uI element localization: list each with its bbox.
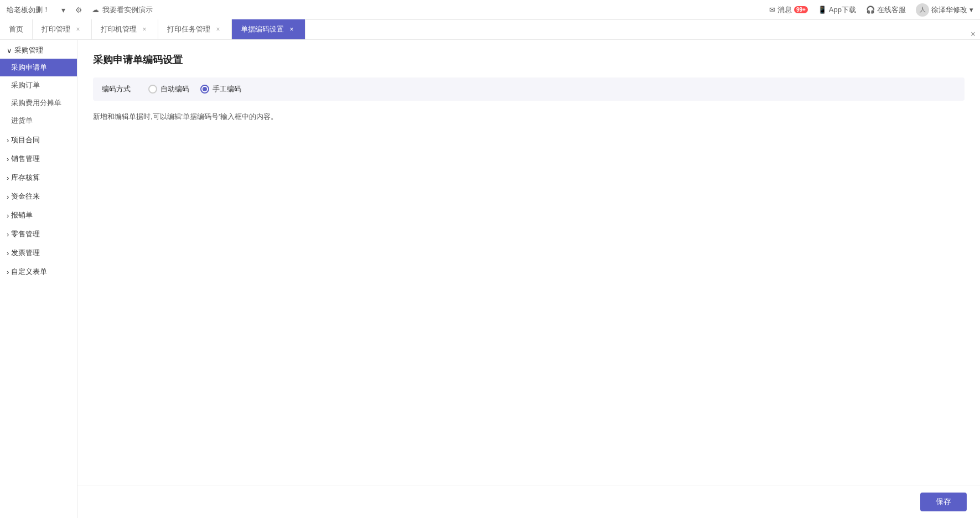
- tab-print-mgmt-close[interactable]: ×: [74, 25, 82, 34]
- search-text[interactable]: 我要看实例演示: [102, 5, 153, 15]
- sidebar-item-purchase-request-label: 采购申请单: [11, 63, 47, 71]
- sidebar-group-inventory[interactable]: › 库存核算: [0, 167, 77, 186]
- tab-print-task-mgmt-close[interactable]: ×: [214, 25, 222, 34]
- download-icon: 📱: [818, 6, 827, 14]
- hint-text: 新增和编辑单据时,可以编辑'单据编码号'输入框中的内容。: [93, 112, 965, 122]
- top-bar-title[interactable]: 给老板勿删！: [7, 5, 50, 15]
- online-service-label: 在线客服: [877, 5, 906, 15]
- encoding-section: 编码方式 自动编码 手工编码: [93, 77, 965, 101]
- user-chevron-icon: ▾: [969, 6, 973, 14]
- chevron-right-icon: ›: [7, 174, 9, 182]
- radio-group: 自动编码 手工编码: [148, 84, 241, 94]
- top-bar-left: 给老板勿删！ ▾ ⚙ ☁ 我要看实例演示: [7, 3, 153, 17]
- sidebar-group-sales-mgmt-label: 销售管理: [11, 154, 40, 164]
- sidebar-item-purchase-order[interactable]: 采购订单: [0, 76, 77, 94]
- online-service-btn[interactable]: 🎧 在线客服: [866, 5, 906, 15]
- app-download-label: App下载: [829, 5, 856, 15]
- tab-bar-global-close[interactable]: ×: [971, 29, 976, 39]
- sidebar-group-invoice-mgmt-label: 发票管理: [11, 248, 40, 258]
- message-icon: ✉: [769, 6, 775, 14]
- page-title: 采购申请单编码设置: [93, 53, 965, 66]
- main-layout: ∨ 采购管理 采购申请单 采购订单 采购费用分摊单 进货单 › 项目合同 › 销…: [0, 40, 980, 518]
- sidebar-item-purchase-expense[interactable]: 采购费用分摊单: [0, 94, 77, 112]
- tab-print-task-mgmt-label: 打印任务管理: [167, 24, 210, 34]
- sidebar-group-retail-mgmt-label: 零售管理: [11, 229, 40, 239]
- sidebar-group-sales-mgmt[interactable]: › 销售管理: [0, 148, 77, 167]
- chevron-right-icon: ›: [7, 249, 9, 257]
- sidebar-group-retail-mgmt[interactable]: › 零售管理: [0, 224, 77, 242]
- tab-single-code-settings-close[interactable]: ×: [287, 25, 296, 34]
- sidebar-item-stock-in-label: 进货单: [11, 116, 33, 125]
- tab-single-code-settings-label: 单据编码设置: [241, 24, 284, 34]
- chevron-right-icon: ›: [7, 193, 9, 201]
- user-name: 徐泽华修改: [931, 5, 967, 15]
- cloud-icon: ☁: [92, 6, 99, 14]
- radio-manual-encode[interactable]: 手工编码: [200, 84, 241, 94]
- service-icon: 🎧: [866, 6, 875, 14]
- top-bar-search[interactable]: ☁ 我要看实例演示: [92, 5, 153, 15]
- sidebar-group-fund-flow[interactable]: › 资金往来: [0, 186, 77, 205]
- top-bar: 给老板勿删！ ▾ ⚙ ☁ 我要看实例演示 ✉ 消息 99+ 📱 App下载 🎧 …: [0, 0, 980, 20]
- sidebar-group-returns[interactable]: › 报销单: [0, 205, 77, 224]
- sidebar-item-stock-in[interactable]: 进货单: [0, 112, 77, 130]
- sidebar-group-custom-forms-label: 自定义表单: [11, 267, 47, 277]
- save-button[interactable]: 保存: [920, 493, 967, 511]
- encoding-label: 编码方式: [102, 84, 131, 94]
- radio-auto-encode-label: 自动编码: [160, 84, 189, 94]
- avatar: 人: [916, 3, 929, 17]
- sidebar-group-inventory-label: 库存核算: [11, 173, 40, 183]
- sidebar-group-returns-label: 报销单: [11, 210, 33, 220]
- top-bar-right: ✉ 消息 99+ 📱 App下载 🎧 在线客服 人 徐泽华修改 ▾: [769, 3, 973, 17]
- sidebar-group-purchase-mgmt-label: 采购管理: [14, 45, 43, 55]
- sidebar-item-purchase-expense-label: 采购费用分摊单: [11, 99, 61, 107]
- tab-home-label: 首页: [9, 24, 23, 34]
- chevron-right-icon: ›: [7, 268, 9, 276]
- tab-bar: 首页 打印管理 × 打印机管理 × 打印任务管理 × 单据编码设置 × ×: [0, 20, 980, 40]
- message-label: 消息: [777, 5, 792, 15]
- sidebar: ∨ 采购管理 采购申请单 采购订单 采购费用分摊单 进货单 › 项目合同 › 销…: [0, 40, 77, 518]
- tab-printer-mgmt-label: 打印机管理: [101, 24, 137, 34]
- chevron-down-icon: ∨: [7, 46, 12, 55]
- content-area: 采购申请单编码设置 编码方式 自动编码 手工编码 新增和编辑单据时,可以编辑'单…: [77, 40, 980, 518]
- chevron-right-icon: ›: [7, 230, 9, 239]
- top-bar-icons: ▾ ⚙: [56, 3, 85, 17]
- sidebar-group-project-contract[interactable]: › 项目合同: [0, 130, 77, 148]
- settings-icon[interactable]: ⚙: [72, 3, 85, 17]
- user-menu[interactable]: 人 徐泽华修改 ▾: [916, 3, 973, 17]
- tab-print-mgmt[interactable]: 打印管理 ×: [33, 19, 92, 39]
- chevron-right-icon: ›: [7, 136, 9, 144]
- tab-printer-mgmt-close[interactable]: ×: [140, 25, 149, 34]
- sidebar-group-purchase-mgmt[interactable]: ∨ 采购管理: [0, 40, 77, 59]
- tab-print-task-mgmt[interactable]: 打印任务管理 ×: [158, 19, 232, 39]
- radio-manual-encode-label: 手工编码: [212, 84, 241, 94]
- app-download-btn[interactable]: 📱 App下载: [818, 5, 856, 15]
- message-btn[interactable]: ✉ 消息 99+: [769, 5, 808, 15]
- sidebar-group-invoice-mgmt[interactable]: › 发票管理: [0, 242, 77, 261]
- chevron-right-icon: ›: [7, 155, 9, 163]
- radio-auto-encode[interactable]: 自动编码: [148, 84, 189, 94]
- chevron-down-icon[interactable]: ▾: [56, 3, 70, 17]
- chevron-right-icon: ›: [7, 211, 9, 220]
- radio-manual-encode-circle[interactable]: [200, 85, 209, 94]
- sidebar-group-project-contract-label: 项目合同: [11, 135, 40, 145]
- tab-print-mgmt-label: 打印管理: [42, 24, 70, 34]
- sidebar-item-purchase-request[interactable]: 采购申请单: [0, 59, 77, 76]
- footer-bar: 保存: [77, 485, 980, 518]
- tab-home[interactable]: 首页: [0, 19, 33, 39]
- radio-auto-encode-circle[interactable]: [148, 85, 157, 94]
- content-body: 采购申请单编码设置 编码方式 自动编码 手工编码 新增和编辑单据时,可以编辑'单…: [77, 40, 980, 485]
- message-badge: 99+: [794, 6, 808, 13]
- tab-single-code-settings[interactable]: 单据编码设置 ×: [232, 19, 305, 39]
- sidebar-group-fund-flow-label: 资金往来: [11, 191, 40, 201]
- sidebar-item-purchase-order-label: 采购订单: [11, 81, 40, 89]
- sidebar-group-custom-forms[interactable]: › 自定义表单: [0, 261, 77, 280]
- tab-printer-mgmt[interactable]: 打印机管理 ×: [92, 19, 158, 39]
